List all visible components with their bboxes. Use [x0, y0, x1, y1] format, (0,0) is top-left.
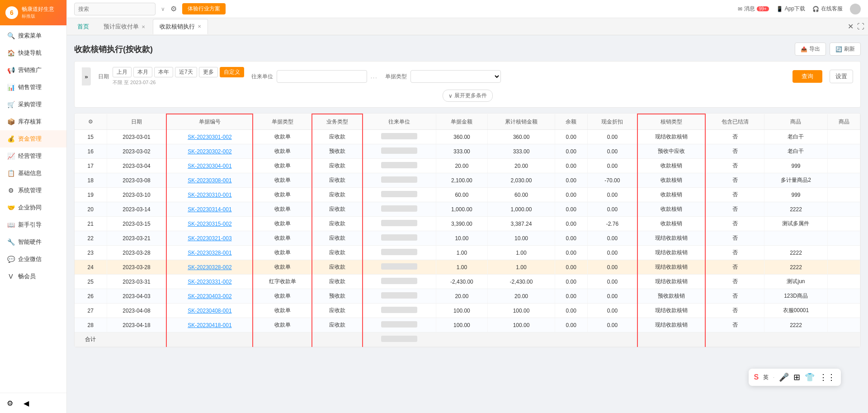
ime-text: 英 — [763, 374, 769, 381]
header-row: ⚙ 日期 单据编号 单据类型 业务类型 往来单位 单据金额 累计核销金额 余额 … — [75, 114, 860, 130]
sidebar-item-sales[interactable]: 📊 销售管理 — [0, 79, 66, 96]
filter-expand-toggle[interactable]: » — [82, 67, 91, 85]
tab-prepay-close-icon[interactable]: ✕ — [142, 24, 145, 29]
date-btn-more[interactable]: 更多 — [199, 67, 218, 77]
online-service-button[interactable]: 🎧 在线客服 — [812, 5, 843, 13]
ime-grid-icon[interactable]: ⊞ — [793, 372, 800, 382]
cell-docno-4: SK-20230310-001 — [166, 188, 253, 202]
ime-menu-icon[interactable]: ⋮⋮ — [819, 372, 835, 382]
date-btn-7days[interactable]: 近7天 — [175, 67, 197, 77]
sidebar-item-marketing[interactable]: 📢 营销推广 — [0, 62, 66, 79]
sidebar-item-corp[interactable]: 🤝 企业协同 — [0, 199, 66, 216]
cell-no-4: 19 — [75, 188, 107, 202]
cell-verifytype-4: 收款核销 — [637, 188, 705, 202]
sidebar-settings-button[interactable]: ⚙ — [4, 397, 16, 409]
date-btn-this-month[interactable]: 本月 — [133, 67, 152, 77]
cell-no-11: 26 — [75, 289, 107, 304]
sidebar-item-purchase[interactable]: 🛒 采购管理 — [0, 96, 66, 113]
col-header-date: 日期 — [107, 114, 166, 130]
doc-no-link-12[interactable]: SK-20230408-001 — [188, 308, 231, 314]
sidebar-item-member[interactable]: V 畅会员 — [0, 268, 66, 285]
ime-shirt-icon[interactable]: 👕 — [805, 372, 815, 382]
cell-cumulative-4: 60.00 — [488, 188, 555, 202]
sidebar-item-basic[interactable]: 📋 基础信息 — [0, 165, 66, 182]
tab-prepay-label: 预计应收付单 — [104, 23, 139, 31]
table-row: 24 2023-03-28 SK-20230328-002 收款单 应收款 1.… — [75, 260, 860, 275]
cell-goods1-14 — [764, 332, 827, 347]
cell-no-0: 15 — [75, 130, 107, 144]
sidebar-collapse-button[interactable]: ◀ — [20, 397, 33, 409]
table-row: 16 2023-03-02 SK-20230302-002 收款单 预收款 33… — [75, 144, 860, 159]
sidebar-item-inventory[interactable]: 📦 库存核算 — [0, 113, 66, 130]
doc-no-link-10[interactable]: SK-20230331-002 — [188, 279, 231, 285]
sidebar-item-shortcut[interactable]: 🏠 快捷导航 — [0, 44, 66, 62]
sidebar-item-operation[interactable]: 📈 经营管理 — [0, 147, 66, 165]
refresh-button[interactable]: 🔄 刷新 — [830, 43, 861, 56]
cell-cumulative-5: 1,000.00 — [488, 202, 555, 217]
doc-no-link-9[interactable]: SK-20230328-002 — [188, 264, 231, 271]
col-header-doc-type: 单据类型 — [253, 114, 312, 130]
sidebar-item-wechat[interactable]: 💬 企业微信 — [0, 251, 66, 268]
cell-biztype-14 — [312, 332, 363, 347]
col-header-settings[interactable]: ⚙ — [75, 114, 107, 130]
sidebar-item-search[interactable]: 🔍 搜索菜单 — [0, 27, 66, 44]
doc-no-link-13[interactable]: SK-20230418-001 — [188, 322, 231, 328]
date-btn-this-year[interactable]: 本年 — [154, 67, 173, 77]
doc-no-link-2[interactable]: SK-20230304-001 — [188, 163, 231, 169]
doc-no-link-1[interactable]: SK-20230302-002 — [188, 148, 231, 155]
cell-included-13: 否 — [705, 318, 764, 332]
tab-home[interactable]: 首页 — [71, 19, 96, 34]
sidebar-item-system[interactable]: ⚙ 系统管理 — [0, 182, 66, 199]
cell-balance-7: 0.00 — [555, 231, 587, 246]
doc-no-link-5[interactable]: SK-20230314-001 — [188, 206, 231, 213]
tab-collection[interactable]: 收款核销执行 ✕ — [153, 19, 208, 34]
tabs-fullscreen-button[interactable]: ⛶ — [857, 22, 864, 31]
sidebar-icon-guide: 📖 — [7, 221, 14, 228]
topbar-gear-icon[interactable]: ⚙ — [170, 5, 177, 13]
topbar-search-input[interactable] — [74, 3, 156, 15]
tab-prepay[interactable]: 预计应收付单 ✕ — [97, 19, 152, 34]
doc-no-link-11[interactable]: SK-20230403-002 — [188, 293, 231, 299]
cell-included-10: 否 — [705, 275, 764, 289]
receipt-type-select[interactable] — [410, 70, 501, 83]
ime-mic-icon[interactable]: 🎤 — [779, 372, 789, 382]
expand-more-button[interactable]: ∨ 展开更多条件 — [443, 90, 493, 102]
export-button[interactable]: 📤 导出 — [795, 43, 826, 56]
doc-no-link-3[interactable]: SK-20230308-001 — [188, 177, 231, 184]
tabs-close-all-button[interactable]: ✕ — [848, 22, 854, 31]
topbar-dropdown-arrow[interactable]: ∨ — [161, 6, 165, 12]
tab-collection-close-icon[interactable]: ✕ — [198, 24, 201, 29]
doc-no-link-8[interactable]: SK-20230328-001 — [188, 250, 231, 256]
cell-goods2-10 — [828, 275, 860, 289]
message-button[interactable]: ✉ 消息 99+ — [738, 5, 769, 13]
settings-button[interactable]: 设置 — [830, 70, 853, 83]
doc-no-link-4[interactable]: SK-20230310-001 — [188, 192, 231, 198]
cell-goods2-11 — [828, 289, 860, 304]
date-btn-last-month[interactable]: 上月 — [113, 67, 132, 77]
user-avatar[interactable] — [850, 4, 861, 14]
sidebar-icon-sales: 📊 — [7, 84, 14, 91]
cell-no-9: 24 — [75, 260, 107, 275]
industry-solution-button[interactable]: 体验行业方案 — [182, 3, 226, 14]
cell-customer-1 — [363, 144, 436, 159]
cell-biztype-8: 应收款 — [312, 246, 363, 260]
doc-no-link-6[interactable]: SK-20230315-002 — [188, 221, 231, 227]
cell-discount-6: -2.76 — [587, 217, 637, 231]
customer-filter-input[interactable] — [277, 70, 367, 83]
col-header-customer: 往来单位 — [363, 114, 436, 130]
cell-balance-0: 0.00 — [555, 130, 587, 144]
sidebar-item-guide[interactable]: 📖 新手引导 — [0, 216, 66, 233]
doc-no-link-7[interactable]: SK-20230321-003 — [188, 235, 231, 242]
sidebar-icon-system: ⚙ — [7, 187, 14, 194]
cell-goods1-13: 2222 — [764, 318, 827, 332]
doc-no-link-0[interactable]: SK-20230301-002 — [188, 134, 231, 140]
cell-customer-11 — [363, 289, 436, 304]
sidebar-icon-hardware: 🔧 — [7, 238, 14, 246]
sidebar-label-operation: 经营管理 — [18, 152, 42, 160]
query-button[interactable]: 查询 — [793, 70, 822, 83]
sidebar-item-finance[interactable]: 💰 资金管理 — [0, 130, 66, 147]
date-btn-custom[interactable]: 自定义 — [220, 67, 244, 77]
table-row: 26 2023-04-03 SK-20230403-002 收款单 预收款 20… — [75, 289, 860, 304]
app-download-button[interactable]: 📱 App下载 — [776, 5, 805, 13]
sidebar-item-hardware[interactable]: 🔧 智能硬件 — [0, 233, 66, 251]
